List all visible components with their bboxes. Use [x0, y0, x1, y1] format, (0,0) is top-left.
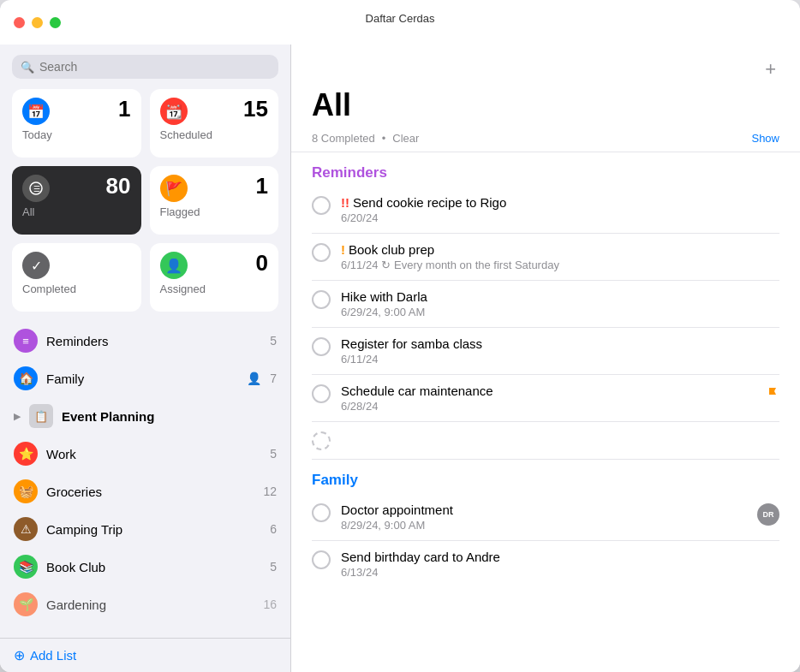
- completed-bar: 8 Completed • Clear Show: [291, 127, 800, 152]
- reminders-count: 5: [270, 334, 277, 348]
- flagged-count: 1: [256, 175, 268, 197]
- traffic-lights: [14, 17, 61, 28]
- smart-list-all[interactable]: ☰ 80 All: [12, 166, 141, 235]
- reminder-date: 6/29/24, 9:00 AM: [341, 306, 779, 318]
- show-button[interactable]: Show: [751, 132, 779, 145]
- svg-text:☰: ☰: [33, 185, 40, 193]
- app-window: Daftar Cerdas 🔍 📅 1 Today: [0, 0, 800, 672]
- reminder-checkbox[interactable]: [312, 243, 331, 262]
- work-icon: ⭐: [14, 442, 38, 466]
- flagged-icon: 🚩: [160, 175, 188, 202]
- avatar-badge: DR: [757, 503, 779, 526]
- reminder-content: Hike with Darla 6/29/24, 9:00 AM: [341, 289, 779, 318]
- list-item-gardening[interactable]: 🌱 Gardening 16: [0, 586, 290, 623]
- reminder-item: !! Send cookie recipe to Rigo 6/20/24: [312, 187, 779, 234]
- smart-list-scheduled[interactable]: 📆 15 Scheduled: [150, 89, 279, 158]
- family-count: 7: [270, 372, 277, 385]
- reminder-title: ! Book club prep: [341, 242, 779, 257]
- detail-title: All: [291, 87, 800, 127]
- completed-label: Completed: [22, 282, 131, 295]
- add-list-plus-icon: ⊕: [14, 647, 25, 663]
- flagged-label: Flagged: [160, 205, 269, 218]
- search-input[interactable]: [39, 60, 270, 74]
- assigned-icon: 👤: [160, 252, 188, 279]
- reminder-item: Send birthday card to Andre 6/13/24: [312, 541, 779, 587]
- reminder-checkbox-dashed[interactable]: [312, 431, 331, 450]
- reminder-item: Register for samba class 6/11/24: [312, 328, 779, 375]
- reminder-date: 6/11/24: [341, 353, 779, 366]
- event-planning-icon: 📋: [29, 404, 53, 428]
- smart-list-completed[interactable]: ✓ Completed: [12, 243, 141, 312]
- reminder-checkbox[interactable]: [312, 196, 331, 215]
- smart-list-flagged[interactable]: 🚩 1 Flagged: [150, 166, 279, 235]
- section-title-reminders: Reminders: [312, 152, 779, 187]
- list-item-groceries[interactable]: 🧺 Groceries 12: [0, 473, 290, 510]
- fullscreen-button[interactable]: [50, 17, 61, 28]
- camping-trip-count: 6: [270, 522, 277, 536]
- reminder-checkbox[interactable]: [312, 290, 331, 309]
- smart-lists-grid: 📅 1 Today 📆 15 Scheduled: [0, 89, 290, 322]
- sidebar: 🔍 📅 1 Today 📆 15: [0, 45, 291, 672]
- reminder-title: Register for samba class: [341, 336, 779, 351]
- reminder-checkbox[interactable]: [312, 337, 331, 356]
- list-item-family[interactable]: 🏠 Family 👤 7: [0, 360, 290, 397]
- smart-list-today[interactable]: 📅 1 Today: [12, 89, 141, 158]
- reminder-checkbox[interactable]: [312, 384, 331, 403]
- search-bar[interactable]: 🔍: [12, 55, 278, 79]
- add-list-label: Add List: [30, 648, 76, 663]
- detail-panel: + All 8 Completed • Clear Show Reminders…: [291, 45, 800, 672]
- groceries-count: 12: [263, 485, 277, 498]
- reminder-title: Schedule car maintenance: [341, 384, 757, 398]
- reminder-checkbox[interactable]: [312, 503, 331, 522]
- today-icon: 📅: [22, 98, 50, 125]
- reminder-checkbox[interactable]: [312, 550, 331, 569]
- shared-icon: 👤: [247, 372, 261, 385]
- groceries-name: Groceries: [46, 485, 254, 499]
- chevron-right-icon: ▶: [14, 411, 21, 422]
- scheduled-label: Scheduled: [160, 128, 269, 141]
- list-item-work[interactable]: ⭐ Work 5: [0, 435, 290, 473]
- main-content: 🔍 📅 1 Today 📆 15: [0, 45, 800, 672]
- scheduled-count: 15: [243, 98, 268, 120]
- reminder-item: Doctor appointment 8/29/24, 9:00 AM DR: [312, 494, 779, 541]
- clear-button[interactable]: Clear: [392, 132, 419, 145]
- completed-count-text: 8 Completed: [312, 132, 375, 145]
- all-label: All: [22, 205, 131, 218]
- reminder-content: Schedule car maintenance 6/28/24: [341, 384, 757, 413]
- gardening-count: 16: [263, 598, 277, 611]
- separator: •: [382, 132, 386, 145]
- reminder-content: Doctor appointment 8/29/24, 9:00 AM: [341, 503, 747, 532]
- reminder-content: Send birthday card to Andre 6/13/24: [341, 550, 779, 579]
- reminder-content: ! Book club prep 6/11/24 ↻ Every month o…: [341, 242, 779, 271]
- today-count: 1: [118, 98, 130, 120]
- list-item-reminders[interactable]: ≡ Reminders 5: [0, 322, 290, 360]
- completed-icon: ✓: [22, 252, 50, 279]
- reminder-content: !! Send cookie recipe to Rigo 6/20/24: [341, 195, 779, 224]
- reminder-title: Send birthday card to Andre: [341, 550, 779, 564]
- reminder-date: 6/13/24: [341, 566, 779, 579]
- groceries-icon: 🧺: [14, 479, 38, 503]
- flag-icon: [767, 387, 779, 399]
- reminder-date: 6/11/24 ↻ Every month on the first Satur…: [341, 259, 779, 271]
- list-group-event-planning[interactable]: ▶ 📋 Event Planning: [0, 397, 290, 435]
- reminder-content: Register for samba class 6/11/24: [341, 336, 779, 366]
- section-title-family: Family: [312, 460, 779, 494]
- list-item-camping-trip[interactable]: ⚠ Camping Trip 6: [0, 510, 290, 548]
- add-reminder-button[interactable]: +: [761, 58, 779, 80]
- minimize-button[interactable]: [32, 17, 43, 28]
- title-bar: Daftar Cerdas: [0, 0, 800, 45]
- event-planning-name: Event Planning: [62, 409, 277, 424]
- family-icon: 🏠: [14, 366, 38, 390]
- add-list-button[interactable]: ⊕ Add List: [0, 638, 290, 672]
- detail-header: +: [291, 45, 800, 87]
- close-button[interactable]: [14, 17, 25, 28]
- gardening-icon: 🌱: [14, 592, 38, 616]
- gardening-name: Gardening: [46, 598, 254, 612]
- reminder-item: Hike with Darla 6/29/24, 9:00 AM: [312, 281, 779, 328]
- reminder-item: Schedule car maintenance 6/28/24: [312, 375, 779, 422]
- list-item-book-club[interactable]: 📚 Book Club 5: [0, 548, 290, 586]
- reminders-icon: ≡: [14, 329, 38, 353]
- smart-list-assigned[interactable]: 👤 0 Assigned: [150, 243, 279, 312]
- window-title: Daftar Cerdas: [366, 12, 435, 25]
- reminder-title: !! Send cookie recipe to Rigo: [341, 195, 779, 210]
